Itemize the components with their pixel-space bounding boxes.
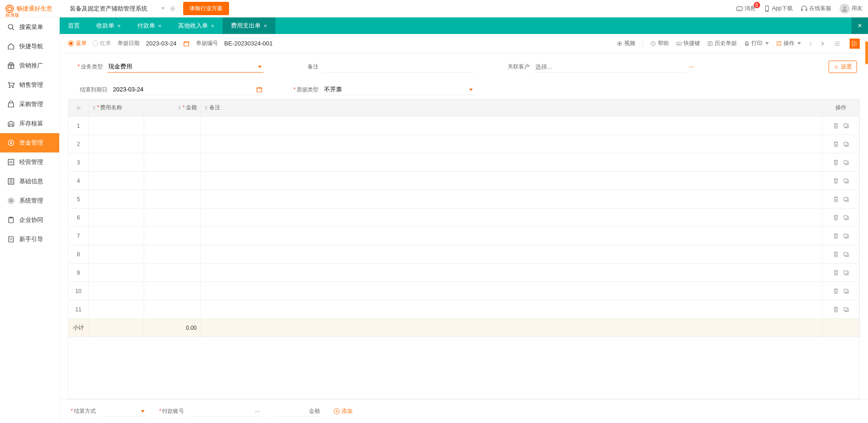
biz-type-select[interactable] (107, 62, 263, 73)
doc-date-value[interactable]: 2023-03-24 (146, 40, 177, 47)
table-row[interactable]: 4 (68, 172, 859, 190)
pay-account-select[interactable] (189, 406, 262, 417)
operate-button[interactable]: 操作 (776, 39, 801, 47)
delete-icon[interactable] (833, 233, 839, 239)
close-icon[interactable]: ✕ (158, 23, 162, 28)
copy-icon[interactable] (843, 141, 849, 147)
table-row[interactable]: 6 (68, 209, 859, 227)
delete-icon[interactable] (833, 123, 839, 129)
table-row[interactable]: 3 (68, 153, 859, 172)
table-row[interactable]: 7 (68, 227, 859, 245)
system-selector[interactable]: 装备及固定资产辅助管理系统 (70, 5, 147, 13)
delete-icon[interactable] (833, 196, 839, 203)
copy-icon[interactable] (843, 306, 849, 313)
calendar-icon[interactable] (183, 40, 190, 47)
calendar-icon[interactable] (256, 86, 263, 93)
close-all-button[interactable]: ✕ (851, 17, 868, 34)
messages-link[interactable]: 消息 6 (736, 5, 756, 12)
sidebar-item-basedata[interactable]: 基础信息 (0, 172, 59, 191)
doc-date-label: 单据日期 (118, 39, 140, 47)
close-icon[interactable]: ✕ (117, 23, 121, 28)
keyboard-icon (676, 41, 682, 46)
copy-icon[interactable] (843, 178, 849, 184)
tab-payment[interactable]: 付款单✕ (129, 17, 170, 34)
table-row[interactable]: 9 (68, 264, 859, 282)
shortcut-link[interactable]: 快捷键 (676, 39, 700, 47)
copy-icon[interactable] (843, 123, 849, 129)
col-amount[interactable]: 金额 (144, 99, 201, 117)
copy-icon[interactable] (843, 270, 849, 276)
radio-unchecked-icon (92, 40, 98, 46)
tab-receipt[interactable]: 收款单✕ (88, 17, 129, 34)
chevron-down-icon[interactable] (161, 7, 165, 10)
cta-button[interactable]: 体验行业方案 (183, 2, 229, 15)
video-link[interactable]: 视频 (617, 39, 635, 47)
radio-blue-order[interactable]: 蓝单 (68, 39, 87, 47)
help-link[interactable]: 帮助 (650, 39, 669, 47)
copy-icon[interactable] (843, 233, 849, 239)
radio-red-order[interactable]: 红单 (92, 39, 111, 47)
user-menu[interactable]: 用友 (840, 4, 862, 14)
table-row[interactable]: 8 (68, 245, 859, 264)
col-remark[interactable]: 备注 (201, 99, 823, 117)
sidebar-item-system[interactable]: 系统管理 (0, 191, 59, 210)
table-row[interactable]: 11 (68, 300, 859, 319)
delete-icon[interactable] (833, 288, 839, 294)
sidebar-item-finance[interactable]: 资金管理 (0, 133, 59, 152)
search-icon (7, 23, 15, 31)
app-download-link[interactable]: App下载 (764, 5, 793, 12)
table-row[interactable]: 10 (68, 282, 859, 300)
delete-icon[interactable] (833, 178, 839, 184)
table-row[interactable]: 5 (68, 190, 859, 209)
history-link[interactable]: 历史单据 (707, 39, 737, 47)
settle-method-select[interactable] (101, 406, 146, 417)
close-icon[interactable]: ✕ (211, 23, 214, 28)
delete-icon[interactable] (833, 251, 839, 258)
invoice-select[interactable] (323, 84, 475, 95)
next-icon[interactable] (820, 41, 825, 46)
delete-icon[interactable] (833, 141, 839, 147)
more-icon[interactable]: ⋯ (255, 408, 261, 415)
sidebar-item-search[interactable]: 搜索菜单 (0, 17, 59, 37)
settings-button[interactable]: 设置 (829, 61, 857, 73)
remark-input[interactable] (323, 62, 475, 73)
delete-icon[interactable] (833, 214, 839, 221)
tab-other-income[interactable]: 其他收入单✕ (170, 17, 223, 34)
svg-rect-41 (844, 252, 847, 255)
close-icon[interactable]: ✕ (263, 23, 267, 28)
col-gear[interactable] (68, 99, 89, 117)
sidebar-item-business[interactable]: 经营管理 (0, 152, 59, 172)
tab-expense[interactable]: 费用支出单✕ (223, 17, 275, 34)
sidebar-item-quicknav[interactable]: 快捷导航 (0, 37, 59, 56)
tab-home[interactable]: 首页 (60, 17, 88, 34)
sidebar-item-marketing[interactable]: 营销推广 (0, 56, 59, 75)
customer-select[interactable] (534, 62, 686, 73)
col-expense-name[interactable]: 费用名称 (89, 99, 144, 117)
more-icon[interactable]: ⋯ (689, 64, 695, 70)
print-button[interactable]: 打印 (744, 39, 769, 47)
copy-icon[interactable] (843, 159, 849, 166)
amount-input[interactable] (275, 406, 321, 417)
table-row[interactable]: 1 (68, 117, 859, 135)
delete-icon[interactable] (833, 159, 839, 166)
sidebar-item-sales[interactable]: 销售管理 (0, 75, 59, 95)
add-row-button[interactable]: + 添加 (334, 407, 353, 415)
view-detail-button[interactable] (850, 39, 860, 49)
sidebar-item-purchase[interactable]: 采购管理 (0, 95, 59, 114)
delete-icon[interactable] (833, 306, 839, 313)
prev-icon[interactable] (808, 41, 813, 46)
support-link[interactable]: 在线客服 (801, 5, 831, 12)
due-date-input[interactable] (112, 84, 263, 95)
table-row[interactable]: 2 (68, 135, 859, 153)
view-list-button[interactable] (832, 39, 842, 49)
copy-icon[interactable] (843, 251, 849, 258)
gear-icon[interactable] (169, 6, 176, 12)
sidebar-item-guide[interactable]: 新手引导 (0, 230, 59, 249)
sidebar-item-collab[interactable]: 企业协同 (0, 210, 59, 230)
sidebar-item-inventory[interactable]: 库存核算 (0, 114, 59, 133)
copy-icon[interactable] (843, 288, 849, 294)
copy-icon[interactable] (843, 196, 849, 203)
pay-account-label: 付款账号 (159, 407, 185, 415)
copy-icon[interactable] (843, 214, 849, 221)
delete-icon[interactable] (833, 270, 839, 276)
